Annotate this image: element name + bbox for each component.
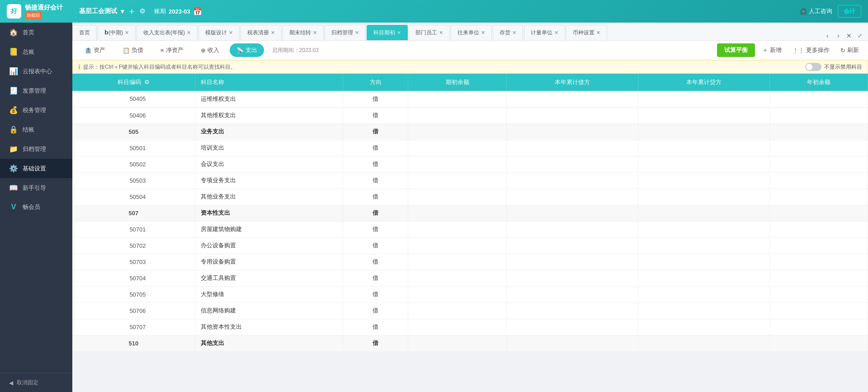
tab-close-tax-clear[interactable]: ✕ [271,30,275,36]
table-row[interactable]: 510 其他支出 借 [72,335,868,351]
category-tab-net-asset[interactable]: ≡ 净资产 [154,43,190,57]
period-info: 账期 2023-03 📅 [154,7,202,16]
table-row[interactable]: 50702 办公设备购置 借 [72,237,868,254]
tab-close-subject-init[interactable]: ✕ [397,30,401,36]
tab-archive-mgmt[interactable]: 归档管理 ✕ [325,25,366,40]
cell-name: 会议支出 [195,156,343,172]
tab-dept-label: 部门员工 [415,29,437,37]
table-row[interactable]: 50406 其他维权支出 借 [72,107,868,123]
table-row[interactable]: 50405 运维维权支出 借 [72,91,868,107]
tab-income-year[interactable]: 收入支出表(年报) ✕ [137,25,198,40]
tab-client[interactable]: 往来单位 ✕ [451,25,492,40]
sidebar-item-member[interactable]: V 畅会员 [0,198,72,217]
table-row[interactable]: 50707 其他资本性支出 借 [72,319,868,335]
tab-close-inventory[interactable]: ✕ [512,30,516,36]
sidebar-item-home[interactable]: 🏠 首页 [0,23,72,42]
sidebar-label-member: 畅会员 [23,203,40,211]
cell-direction: 借 [343,123,408,140]
table-row[interactable]: 50502 会议支出 借 [72,156,868,172]
service-button[interactable]: 🎧 人工咨询 [800,7,832,15]
sidebar-item-settings[interactable]: ⚙️ 基础设置 [0,159,72,178]
cell-direction: 借 [343,221,408,237]
sidebar-collapse-btn[interactable]: ◀︎ 取消固定 [0,373,72,392]
tab-scroll-left[interactable]: ‹ [823,31,832,40]
sidebar-item-ledger[interactable]: 📒 总账 [0,42,72,61]
tab-template[interactable]: 模版设计 ✕ [198,25,240,40]
company-selector[interactable]: 基层工会测试 ▾ ＋ ⚙ [79,6,145,17]
cell-code: 50702 [72,237,195,254]
sidebar-label-guide: 新手引导 [23,184,46,192]
category-tab-expense[interactable]: 📡 支出 [230,43,264,57]
tab-fullscreen[interactable]: ⤢ [855,31,864,40]
table-row[interactable]: 507 资本性支出 借 [72,205,868,221]
account-button[interactable]: 会计 [838,5,861,18]
sidebar-item-tax[interactable]: 💰 税务管理 [0,100,72,120]
sidebar-item-guide[interactable]: 📖 新手引导 [0,178,72,198]
tab-scroll-right[interactable]: › [834,31,843,40]
table-row[interactable]: 50705 大型修缮 借 [72,286,868,302]
th-code: 科目编码 ⚙ [72,74,195,91]
tab-close-archive-mgmt[interactable]: ✕ [355,30,359,36]
balance-button[interactable]: 试算平衡 [717,43,755,57]
table-row[interactable]: 50704 交通工具购置 借 [72,270,868,286]
cell-opening [408,107,506,123]
table-row[interactable]: 50501 培训支出 借 [72,140,868,156]
tab-home[interactable]: 首页 [72,25,97,40]
sub-header-right: 试算平衡 ＋ 新增 ⋮⋮ 更多操作 ↻ 刷新 [717,43,863,57]
tab-balance-mid[interactable]: 𝗯(中期) ✕ [98,25,136,40]
add-company-icon[interactable]: ＋ [127,6,136,17]
sidebar-item-reports[interactable]: 📊 云报表中心 [0,61,72,81]
cell-ytd-debit [506,172,638,189]
table-row[interactable]: 50503 专项业务支出 借 [72,172,868,189]
tab-inventory[interactable]: 存货 ✕ [493,25,523,40]
more-button[interactable]: ⋮⋮ 更多操作 [789,44,833,56]
cell-year-start [769,140,868,156]
tab-close-period-end[interactable]: ✕ [313,30,317,36]
tab-close-client[interactable]: ✕ [481,30,485,36]
cell-opening [408,254,506,270]
tab-subject-init[interactable]: 科目期初 ✕ [367,25,408,40]
refresh-button[interactable]: ↻ 刷新 [837,44,863,56]
tab-tax-clear[interactable]: 税表清册 ✕ [241,25,282,40]
tab-close-unit[interactable]: ✕ [554,30,558,36]
table-row[interactable]: 50706 信息网络购建 借 [72,302,868,319]
home-icon: 🏠 [9,28,18,37]
tab-close-dept[interactable]: ✕ [439,30,443,36]
tab-period-end[interactable]: 期末结转 ✕ [283,25,324,40]
sidebar-item-closing[interactable]: 🔒 结账 [0,120,72,139]
tab-unit[interactable]: 计量单位 ✕ [524,25,565,40]
tab-close-currency[interactable]: ✕ [596,30,600,36]
tab-close-income-year[interactable]: ✕ [187,30,191,36]
calendar-icon[interactable]: 📅 [193,7,202,16]
column-settings-icon[interactable]: ⚙ [144,79,150,85]
category-tab-income[interactable]: ⊕ 收入 [194,43,226,57]
table-row[interactable]: 50703 专用设备购置 借 [72,254,868,270]
tab-close-balance-mid[interactable]: ✕ [125,30,129,36]
cell-year-start [769,237,868,254]
table-row[interactable]: 50701 房屋建筑物购建 借 [72,221,868,237]
tab-close-all[interactable]: ✕ [844,31,854,40]
cell-ytd-debit [506,286,638,302]
closing-icon: 🔒 [9,125,18,134]
table-row[interactable]: 505 业务支出 借 [72,123,868,140]
sidebar-item-invoice[interactable]: 🧾 发票管理 [0,81,72,100]
tab-dept[interactable]: 部门员工 ✕ [409,25,450,40]
sidebar-label-tax: 税务管理 [23,106,46,114]
add-button[interactable]: ＋ 新增 [759,44,785,56]
table-row[interactable]: 50504 其他业务支出 借 [72,189,868,205]
tab-close-template[interactable]: ✕ [229,30,233,36]
cell-year-start [769,205,868,221]
cell-name: 其他支出 [195,335,343,351]
settings-icon[interactable]: ⚙ [139,7,145,15]
category-tab-liability[interactable]: 📋 负债 [116,43,150,57]
tab-currency[interactable]: 币种设置 ✕ [566,25,607,40]
subjects-table: 科目编码 ⚙ 科目名称 方向 期初余额 本年累计借方 本年累计贷方 年初余额 [72,74,868,352]
cell-year-start [769,335,868,351]
th-opening: 期初余额 [408,74,506,91]
th-name: 科目名称 [195,74,343,91]
hide-disabled-toggle[interactable] [805,63,821,71]
category-tab-asset[interactable]: 🏦 资产 [78,43,112,57]
cell-ytd-debit [506,221,638,237]
sidebar-item-archive[interactable]: 📁 归档管理 [0,139,72,159]
tab-unit-label: 计量单位 [531,29,552,37]
